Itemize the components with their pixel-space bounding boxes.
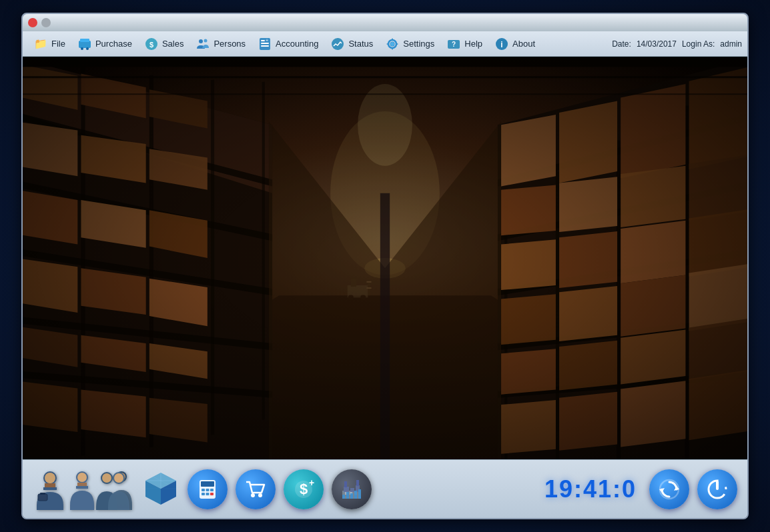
svg-rect-150 [356, 480, 359, 486]
svg-rect-157 [354, 491, 357, 499]
svg-rect-135 [210, 489, 214, 491]
svg-point-7 [204, 39, 208, 42]
menu-status-label: Status [348, 39, 373, 49]
status-icon [330, 37, 345, 51]
close-button[interactable] [28, 18, 37, 27]
minimize-button[interactable] [41, 18, 51, 27]
bottom-toolbar: $ + [23, 459, 747, 518]
svg-point-6 [199, 39, 203, 43]
menu-sales-label: Sales [162, 39, 184, 49]
svg-rect-111 [43, 487, 57, 490]
svg-rect-154 [342, 495, 345, 499]
main-content [23, 57, 747, 459]
svg-rect-9 [261, 40, 265, 41]
user-value: admin [720, 39, 742, 49]
svg-point-109 [45, 473, 55, 483]
accounting-icon: + [258, 37, 272, 51]
menu-persons[interactable]: Persons [190, 34, 251, 54]
menu-sales[interactable]: $ Sales [139, 34, 189, 54]
menu-purchase-label: Purchase [95, 39, 132, 49]
menu-bar: 📁 File Purchase $ Sales [23, 31, 747, 57]
menu-help-label: Help [464, 39, 482, 49]
accounting2-icon: $ + [284, 469, 324, 509]
svg-rect-113 [40, 493, 45, 495]
reports-button[interactable] [330, 467, 374, 511]
persons-group-area [31, 469, 133, 510]
svg-rect-149 [344, 481, 347, 487]
calculator-button[interactable] [185, 467, 230, 511]
warehouse-background [23, 57, 747, 459]
menu-file-label: File [51, 39, 65, 49]
svg-rect-134 [206, 489, 210, 491]
svg-point-13 [332, 38, 344, 50]
app-window: 📁 File Purchase $ Sales [21, 13, 749, 519]
svg-point-2 [81, 47, 83, 50]
title-bar [23, 14, 747, 31]
svg-point-16 [390, 42, 394, 46]
menu-status[interactable]: Status [325, 34, 378, 54]
svg-text:?: ? [452, 41, 456, 48]
file-icon: 📁 [33, 37, 48, 51]
svg-rect-136 [202, 493, 205, 495]
group-icon[interactable] [95, 469, 133, 510]
menu-settings-label: Settings [403, 39, 434, 49]
menu-info: Date: 14/03/2017 Login As: admin [612, 39, 742, 49]
persons-icon [196, 37, 210, 51]
date-value: 14/03/2017 [637, 39, 677, 49]
menu-settings[interactable]: Settings [380, 34, 440, 54]
svg-rect-156 [350, 493, 353, 499]
svg-point-3 [86, 47, 89, 50]
clock-display: 19:41:0 [544, 475, 637, 503]
menu-accounting[interactable]: + Accounting [252, 34, 324, 54]
svg-text:i: i [500, 40, 502, 49]
help-icon: ? [446, 37, 461, 51]
svg-rect-137 [206, 493, 210, 495]
svg-text:$: $ [300, 481, 308, 497]
accounting-button[interactable]: $ + [282, 467, 326, 511]
settings-icon [385, 37, 400, 51]
reports-icon [332, 469, 372, 509]
login-label: Login As: [682, 39, 715, 49]
svg-text:+: + [309, 477, 314, 488]
cart-icon [236, 469, 276, 509]
svg-rect-11 [261, 45, 269, 47]
svg-rect-155 [346, 492, 349, 499]
calculator-icon [187, 469, 228, 509]
svg-point-123 [114, 473, 123, 483]
cart-button[interactable] [234, 467, 278, 511]
about-icon: i [494, 37, 509, 51]
svg-rect-117 [76, 486, 88, 489]
power-icon [697, 469, 737, 509]
svg-rect-10 [261, 43, 269, 44]
menu-purchase[interactable]: Purchase [72, 34, 137, 54]
svg-point-140 [258, 493, 262, 497]
svg-text:$: $ [149, 41, 153, 49]
purchase-icon [77, 37, 92, 51]
menu-about-label: About [512, 39, 535, 49]
svg-rect-147 [350, 488, 354, 492]
power-button[interactable] [695, 467, 739, 511]
svg-rect-163 [716, 481, 719, 490]
svg-rect-138 [210, 493, 214, 495]
menu-file[interactable]: 📁 File [28, 34, 71, 54]
svg-rect-133 [202, 489, 205, 491]
menu-help[interactable]: ? Help [441, 34, 488, 54]
refresh-icon [649, 469, 689, 509]
date-label: Date: [612, 39, 631, 49]
svg-rect-1 [80, 39, 89, 42]
menu-accounting-label: Accounting [276, 39, 318, 49]
menu-persons-label: Persons [214, 39, 246, 49]
svg-point-121 [102, 473, 111, 483]
svg-rect-146 [344, 487, 349, 492]
inventory-cube-icon[interactable] [140, 469, 181, 510]
svg-point-115 [77, 473, 87, 482]
svg-rect-107 [23, 57, 747, 459]
svg-rect-112 [38, 494, 47, 501]
svg-point-139 [251, 493, 255, 497]
refresh-button[interactable] [647, 467, 691, 511]
svg-rect-132 [201, 481, 214, 487]
menu-about[interactable]: i About [489, 34, 540, 54]
svg-rect-158 [358, 489, 361, 499]
sales-icon: $ [144, 37, 159, 51]
svg-text:+: + [266, 38, 268, 43]
